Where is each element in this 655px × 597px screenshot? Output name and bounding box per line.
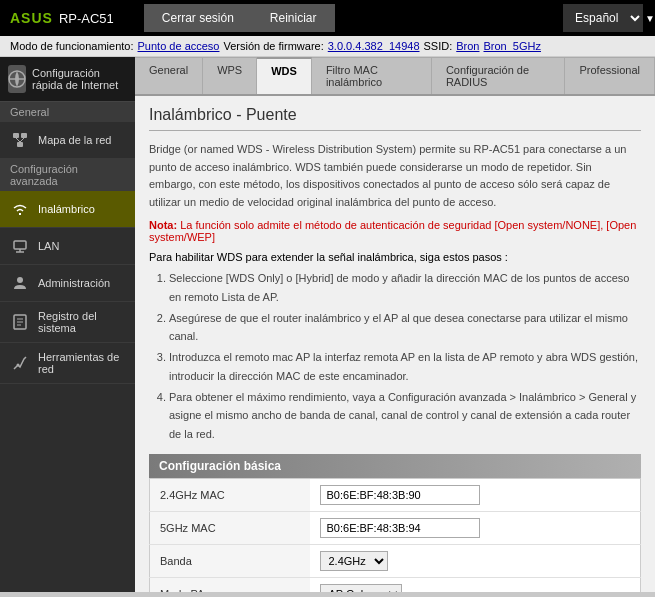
modo-pa-label: Modo PA [150, 577, 310, 592]
wireless-label: Inalámbrico [38, 203, 95, 215]
firmware-bar: Modo de funcionamiento: Punto de acceso … [0, 36, 655, 57]
header-buttons: Cerrar sesión Reiniciar [144, 4, 335, 32]
tab-wps[interactable]: WPS [203, 57, 257, 94]
system-log-label: Registro del sistema [38, 310, 125, 334]
ssid-link-2[interactable]: Bron_5GHz [484, 40, 541, 52]
svg-point-10 [17, 277, 23, 283]
network-tools-label: Herramientas de red [38, 351, 125, 375]
steps-list: Seleccione [WDS Only] o [Hybrid] de modo… [149, 269, 641, 443]
svg-rect-4 [17, 142, 23, 147]
network-tools-icon [10, 353, 30, 373]
step-4: Para obtener el máximo rendimiento, vaya… [169, 388, 641, 444]
page-title: Inalámbrico - Puente [149, 106, 641, 131]
mac24-input[interactable] [320, 485, 480, 505]
sidebar-item-wireless[interactable]: Inalámbrico [0, 191, 135, 228]
table-row-mac5: 5GHz MAC [150, 511, 641, 544]
version-label: Versión de firmware: [223, 40, 323, 52]
sidebar-item-system-log[interactable]: Registro del sistema [0, 302, 135, 343]
header: ASUS RP-AC51 Cerrar sesión Reiniciar Esp… [0, 0, 655, 36]
main-layout: Configuración rápida de Internet General… [0, 57, 655, 592]
mac24-value-cell [310, 478, 641, 511]
tab-bar: General WPS WDS Filtro MAC inalámbrico C… [135, 57, 655, 96]
mac5-value-cell [310, 511, 641, 544]
quick-internet-label: Configuración rápida de Internet [32, 67, 127, 91]
modo-pa-value-cell: AP Only Hybrid WDS Only [310, 577, 641, 592]
tab-general[interactable]: General [135, 57, 203, 94]
table-row-mac24: 2.4GHz MAC [150, 478, 641, 511]
wireless-icon [10, 199, 30, 219]
tab-radius[interactable]: Configuración de RADIUS [432, 57, 566, 94]
sidebar: Configuración rápida de Internet General… [0, 57, 135, 592]
step-3: Introduzca el remoto mac AP la interfaz … [169, 348, 641, 385]
model-label: RP-AC51 [59, 11, 114, 26]
svg-line-5 [16, 138, 20, 142]
sidebar-item-lan[interactable]: LAN [0, 228, 135, 265]
page-note: Nota: La función solo admite el método d… [149, 219, 641, 243]
lan-icon [10, 236, 30, 256]
logo-area: ASUS RP-AC51 [0, 6, 124, 30]
system-log-icon [10, 312, 30, 332]
mac24-label: 2.4GHz MAC [150, 478, 310, 511]
brand-logo: ASUS [10, 10, 53, 26]
sidebar-item-admin[interactable]: Administración [0, 265, 135, 302]
steps-label: Para habilitar WDS para extender la seña… [149, 251, 641, 263]
sidebar-item-network-tools[interactable]: Herramientas de red [0, 343, 135, 384]
page-content: Inalámbrico - Puente Bridge (or named WD… [135, 96, 655, 592]
network-map-icon [10, 130, 30, 150]
sidebar-quick-internet[interactable]: Configuración rápida de Internet [0, 57, 135, 102]
tab-professional[interactable]: Professional [565, 57, 655, 94]
general-section-label: General [0, 102, 135, 122]
table-row-modo-pa: Modo PA AP Only Hybrid WDS Only [150, 577, 641, 592]
banda-value-cell: 2.4GHz 5GHz [310, 544, 641, 577]
modo-pa-select[interactable]: AP Only Hybrid WDS Only [320, 584, 402, 592]
svg-point-15 [17, 364, 20, 367]
advanced-section-label: Configuración avanzada [0, 159, 135, 191]
svg-rect-7 [14, 241, 26, 249]
banda-select[interactable]: 2.4GHz 5GHz [320, 551, 388, 571]
step-2: Asegúrese de que el router inalámbrico y… [169, 309, 641, 346]
restart-button[interactable]: Reiniciar [252, 4, 335, 32]
config-basic-header: Configuración básica [149, 454, 641, 478]
close-session-button[interactable]: Cerrar sesión [144, 4, 252, 32]
mac5-label: 5GHz MAC [150, 511, 310, 544]
ssid-link-1[interactable]: Bron [456, 40, 479, 52]
version-link[interactable]: 3.0.0.4.382_14948 [328, 40, 420, 52]
sidebar-item-network-map[interactable]: Mapa de la red [0, 122, 135, 159]
page-description: Bridge (or named WDS - Wireless Distribu… [149, 141, 641, 211]
tab-mac-filter[interactable]: Filtro MAC inalámbrico [312, 57, 432, 94]
language-section: Español English ▼ [563, 4, 655, 32]
mode-link[interactable]: Punto de acceso [138, 40, 220, 52]
table-row-banda: Banda 2.4GHz 5GHz [150, 544, 641, 577]
note-text: La función solo admite el método de aute… [149, 219, 636, 243]
banda-label: Banda [150, 544, 310, 577]
lan-label: LAN [38, 240, 59, 252]
svg-rect-2 [13, 133, 19, 138]
step-1: Seleccione [WDS Only] o [Hybrid] de modo… [169, 269, 641, 306]
admin-icon [10, 273, 30, 293]
mode-label: Modo de funcionamiento: [10, 40, 134, 52]
content-area: General WPS WDS Filtro MAC inalámbrico C… [135, 57, 655, 592]
tab-wds[interactable]: WDS [257, 57, 312, 94]
svg-rect-3 [21, 133, 27, 138]
quick-internet-icon [8, 65, 26, 93]
network-map-label: Mapa de la red [38, 134, 111, 146]
admin-label: Administración [38, 277, 110, 289]
svg-line-6 [20, 138, 24, 142]
config-table: 2.4GHz MAC 5GHz MAC Banda 2.4GHz [149, 478, 641, 592]
mac5-input[interactable] [320, 518, 480, 538]
ssid-label: SSID: [424, 40, 453, 52]
note-prefix: Nota: [149, 219, 177, 231]
language-select[interactable]: Español English [563, 4, 643, 32]
